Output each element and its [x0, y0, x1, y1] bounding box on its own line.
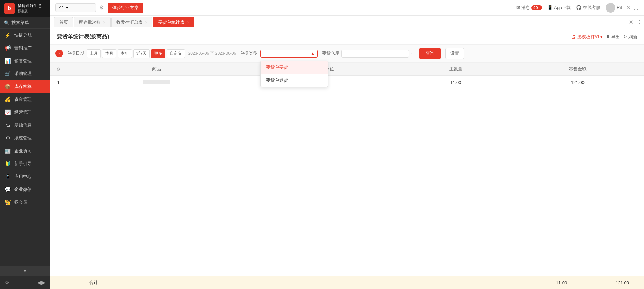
tab-order-summary[interactable]: 要货单统计表✕	[153, 17, 194, 27]
sidebar-item-enterprise[interactable]: 🏢企业协同	[0, 144, 50, 157]
date-filter-group: 单据日期 上月 本月 本年 近7天 更多 自定义 2023-05-06 至 20…	[67, 49, 236, 58]
sidebar-item-operations[interactable]: 📈经营管理	[0, 106, 50, 119]
online-service-button[interactable]: 🎧 在线客服	[576, 5, 600, 11]
filter-bar: › 单据日期 上月 本月 本年 近7天 更多 自定义 2023-05-06 至 …	[50, 45, 644, 63]
tab-receipt-summary[interactable]: 收发存汇总表✕	[111, 17, 152, 27]
sidebar-item-label: 系统管理	[14, 135, 32, 141]
tabbar: 首页库存批次账✕收发存汇总表✕要货单统计表✕✕ ⛶	[50, 16, 644, 29]
tab-inventory-batch[interactable]: 库存批次账✕	[74, 17, 111, 27]
close-all-tabs-icon[interactable]: ✕	[629, 19, 633, 25]
sidebar-item-purchase[interactable]: 🛒采购管理	[0, 67, 50, 80]
sidebar-item-system[interactable]: ⚙系统管理	[0, 132, 50, 144]
sidebar-settings-icon[interactable]: ⚙	[5, 279, 9, 286]
user-name: Rit	[617, 5, 622, 10]
user-menu[interactable]: Rit	[606, 3, 622, 13]
query-button[interactable]: 查询	[419, 48, 441, 59]
warehouse-filter-group: 要货仓库 ···	[322, 50, 415, 58]
search-menu-label: 搜索菜单	[11, 20, 29, 26]
store-selector[interactable]: 41 ▾	[55, 3, 96, 12]
sidebar-collapse-icon[interactable]: ◀▶	[37, 279, 45, 286]
quick-nav-icon: ⚡	[5, 32, 11, 38]
footer-amount: 121.00	[605, 280, 639, 285]
tab-home[interactable]: 首页	[54, 17, 73, 27]
row-index: 1	[50, 76, 67, 89]
tab-label: 库存批次账	[79, 19, 101, 25]
this-month-btn[interactable]: 本月	[102, 49, 116, 58]
refresh-icon: ↻	[623, 34, 627, 39]
page-header: 要货单统计表(按商品) 🖨 按模板打印 ▾ ⬇ 导出 ↻ 刷新	[50, 29, 644, 45]
sidebar-item-member[interactable]: 👑畅会员	[0, 196, 50, 209]
app-download-button[interactable]: 📱 App下载	[547, 5, 571, 11]
sidebar-item-quick-nav[interactable]: ⚡快捷导航	[0, 29, 50, 42]
app-download-label: App下载	[554, 5, 571, 11]
expand-window-icon[interactable]: ⛶	[635, 19, 640, 25]
col-header-product: 商品	[67, 63, 246, 76]
topbar-settings-icon[interactable]: ⚙	[99, 4, 104, 11]
sidebar-item-basics[interactable]: 🗂基础信息	[0, 119, 50, 132]
last-7-days-btn[interactable]: 近7天	[133, 49, 150, 58]
tab-label: 要货单统计表	[158, 19, 185, 25]
sidebar-item-inventory[interactable]: 📦库存核算	[0, 80, 50, 93]
messages-label: 消息	[521, 5, 530, 11]
sidebar-item-label: 新手引导	[14, 161, 32, 167]
basics-icon: 🗂	[5, 122, 11, 128]
messages-badge: 99+	[531, 5, 542, 10]
search-menu-button[interactable]: 🔍 搜索菜单	[0, 17, 50, 29]
phone-icon: 📱	[547, 5, 553, 10]
tab-close-receipt-summary[interactable]: ✕	[145, 21, 147, 24]
sidebar-item-marketing[interactable]: 📢营销推广	[0, 42, 50, 54]
close-tab-btn[interactable]: ✕	[626, 4, 630, 11]
inventory-icon: 📦	[5, 84, 11, 90]
table-row: 1 块 11.00 121.00	[50, 76, 644, 89]
col-header-settings: ⚙	[50, 63, 67, 76]
sidebar-item-app-center[interactable]: 📱应用中心	[0, 170, 50, 183]
col-header-amount: 零售金额	[511, 63, 644, 76]
tab-close-order-summary[interactable]: ✕	[187, 21, 189, 24]
sidebar-item-label: 采购管理	[14, 71, 32, 77]
column-settings-icon[interactable]: ⚙	[56, 67, 61, 72]
tabbar-right-controls: ✕ ⛶	[629, 19, 640, 25]
dropdown-item-order[interactable]: 要货单要货	[261, 61, 328, 74]
footer-label: 合计	[55, 280, 133, 286]
brand-name: 畅捷通好生意	[18, 3, 42, 9]
store-number: 41	[59, 5, 64, 10]
template-print-button[interactable]: 🖨 按模板打印 ▾	[571, 34, 603, 40]
type-chevron-up-icon[interactable]: ▲	[311, 51, 315, 56]
dropdown-item-return[interactable]: 要货单退货	[261, 74, 328, 87]
expand-btn[interactable]: ⛶	[633, 5, 639, 11]
sidebar-item-guide[interactable]: 🔰新手引导	[0, 157, 50, 170]
industry-button[interactable]: 体验行业方案	[108, 3, 143, 13]
refresh-button[interactable]: ↻ 刷新	[623, 34, 637, 40]
settings-button[interactable]: 设置	[445, 48, 464, 59]
custom-date-btn[interactable]: 自定义	[167, 49, 185, 58]
sidebar: b 畅捷通好生意 标准版 🔍 搜索菜单 ⚡快捷导航📢营销推广📊销售管理🛒采购管理…	[0, 0, 50, 289]
chevron-down-icon: ▾	[600, 34, 603, 39]
brand-sub: 标准版	[18, 9, 42, 14]
sidebar-item-label: 基础信息	[14, 122, 32, 128]
filter-expand-button[interactable]: ›	[55, 50, 63, 57]
export-icon: ⬇	[606, 34, 610, 39]
warehouse-more-icon[interactable]: ···	[411, 51, 415, 56]
data-table: ⚙ 商品 主计量单位 主数量 零售金额 1 块 11.00 121.00	[50, 63, 644, 89]
export-button[interactable]: ⬇ 导出	[606, 34, 620, 40]
sidebar-nav: ⚡快捷导航📢营销推广📊销售管理🛒采购管理📦库存核算💰资金管理📈经营管理🗂基础信息…	[0, 29, 50, 266]
sidebar-item-label: 畅会员	[14, 199, 27, 205]
tab-close-inventory-batch[interactable]: ✕	[103, 21, 105, 24]
type-filter-input[interactable]	[263, 51, 311, 56]
warehouse-input[interactable]	[344, 51, 406, 56]
sidebar-scroll-down[interactable]: ▼	[0, 266, 50, 275]
sidebar-item-label: 销售管理	[14, 58, 32, 64]
sidebar-item-finance[interactable]: 💰资金管理	[0, 93, 50, 106]
more-dates-btn[interactable]: 更多	[151, 49, 165, 58]
date-range-display: 2023-05-06 至 2023-06-06	[188, 51, 236, 57]
page-content: 要货单统计表(按商品) 🖨 按模板打印 ▾ ⬇ 导出 ↻ 刷新 ›	[50, 29, 644, 289]
sidebar-item-label: 库存核算	[14, 84, 32, 90]
this-year-btn[interactable]: 本年	[118, 49, 132, 58]
last-month-btn[interactable]: 上月	[87, 49, 101, 58]
sales-icon: 📊	[5, 58, 11, 64]
message-icon: ✉	[516, 5, 520, 10]
messages-button[interactable]: ✉ 消息 99+	[516, 5, 542, 11]
sidebar-item-sales[interactable]: 📊销售管理	[0, 54, 50, 67]
sidebar-item-wechat[interactable]: 💬企业微信	[0, 183, 50, 196]
sidebar-item-label: 快捷导航	[14, 32, 32, 38]
